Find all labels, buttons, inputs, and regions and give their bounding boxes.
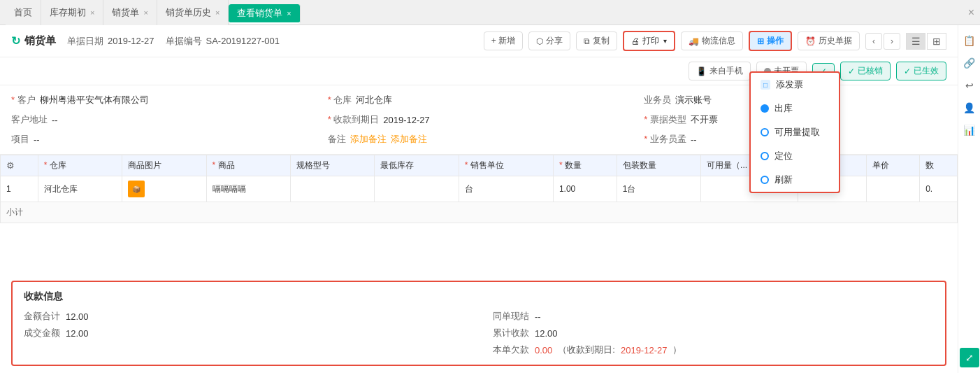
tab-bar: 首页 库存期初 × 销货单 × 销货单历史 × 查看销货单 × × xyxy=(0,0,980,25)
row-warehouse: 河北仓库 xyxy=(38,176,122,202)
tab-inventory-close[interactable]: × xyxy=(90,8,94,17)
tab-sales-history-close[interactable]: × xyxy=(215,8,219,17)
staff-value: 演示账号 xyxy=(675,94,712,106)
prev-button[interactable]: ‹ xyxy=(865,33,882,50)
tab-view-sales[interactable]: 查看销货单 × xyxy=(229,4,300,24)
logistics-icon: 🚚 xyxy=(689,36,699,46)
row-product: 嗝嗝嗝嗝 xyxy=(206,176,290,202)
logistics-button[interactable]: 🚚 物流信息 xyxy=(681,31,743,50)
tab-sales-history-label: 销货单历史 xyxy=(166,6,211,19)
grid-view-button[interactable]: ⊞ xyxy=(927,33,946,50)
print-button[interactable]: 🖨 打印 ▾ xyxy=(623,31,675,51)
total-amount-row: 金额合计 12.00 xyxy=(24,310,465,323)
available-extract-item[interactable]: 可用量提取 xyxy=(751,120,839,144)
doc-header: ↻ 销货单 单据日期 2019-12-27 单据编号 SA-20191227-0… xyxy=(0,25,958,57)
cumulative-label: 累计收款 xyxy=(493,327,529,339)
sidebar-link-icon[interactable]: 🔗 xyxy=(960,53,979,73)
row-num: 0. xyxy=(920,176,958,202)
tab-inventory[interactable]: 库存期初 × xyxy=(41,0,103,25)
add-remark-link[interactable]: 添加备注 xyxy=(350,133,387,146)
doc-title-text: 销货单 xyxy=(24,34,56,48)
product-image: 📦 xyxy=(128,181,145,197)
sidebar-expand-icon[interactable]: ⤢ xyxy=(960,348,979,367)
total-amount-value: 12.00 xyxy=(66,311,89,322)
window-close-button[interactable]: × xyxy=(968,6,974,19)
add-invoice-item[interactable]: □ 添发票 xyxy=(751,73,839,97)
tab-home[interactable]: 首页 xyxy=(6,0,41,25)
same-order-row: 同单现结 -- xyxy=(493,310,934,323)
current-owe-row: 本单欠款 0.00 （收款到期日: 2019-12-27 ） xyxy=(493,344,934,356)
cancelled-button[interactable]: ✓ 已核销 xyxy=(840,62,891,80)
row-img: 📦 xyxy=(122,176,206,202)
copy-button[interactable]: ⧉ 复制 xyxy=(576,31,617,50)
col-warehouse: 仓库 xyxy=(38,155,122,176)
col-img: 商品图片 xyxy=(122,155,206,176)
operations-button[interactable]: ⊞ 操作 xyxy=(749,31,792,51)
locate-item[interactable]: 定位 xyxy=(751,144,839,168)
payment-date-label: 收款到期日 xyxy=(328,113,380,126)
same-order-value: -- xyxy=(535,311,541,322)
tab-sales[interactable]: 销货单 × xyxy=(103,0,157,25)
tab-view-sales-close[interactable]: × xyxy=(287,9,291,17)
col-product: 商品 xyxy=(206,155,290,176)
history-button[interactable]: ⏰ 历史单据 xyxy=(798,31,860,50)
col-spec: 规格型号 xyxy=(290,155,374,176)
sidebar-chart-icon[interactable]: 📊 xyxy=(960,120,979,140)
from-phone-button[interactable]: 📱 来自手机 xyxy=(689,62,751,80)
doc-number-section: 单据编号 SA-20191227-001 xyxy=(166,35,280,48)
right-sidebar: 📋 🔗 ↩ 👤 📊 ⤢ xyxy=(958,25,980,373)
copy-icon: ⧉ xyxy=(584,36,590,46)
cumulative-value: 12.00 xyxy=(535,328,558,339)
view-toggle: ☰ ⊞ xyxy=(906,33,946,50)
history-icon: ⏰ xyxy=(805,36,816,46)
ticket-type-label: 票据类型 xyxy=(644,113,686,126)
effective-button[interactable]: ✓ 已生效 xyxy=(896,62,946,80)
current-owe-label: 本单欠款 xyxy=(493,344,529,356)
refresh-item[interactable]: 刷新 xyxy=(751,168,839,192)
refresh-label: 刷新 xyxy=(774,174,793,186)
staff2-value: -- xyxy=(691,134,697,145)
available-extract-icon xyxy=(761,128,769,136)
col-min-stock: 最低库存 xyxy=(375,155,459,176)
sidebar-return-icon[interactable]: ↩ xyxy=(960,76,979,95)
sidebar-clipboard-icon[interactable]: 📋 xyxy=(960,31,979,50)
col-gear[interactable]: ⚙ xyxy=(1,155,38,176)
doc-title-section: ↻ 销货单 xyxy=(11,34,56,48)
doc-title-icon: ↻ xyxy=(11,34,20,48)
ticket-type-value: 不开票 xyxy=(691,113,718,126)
subtotal-row: 小计 xyxy=(1,202,958,223)
total-amount-label: 金额合计 xyxy=(24,310,60,323)
col-qty: 数量 xyxy=(553,155,617,176)
warehouse-field: 仓库 河北仓库 xyxy=(328,94,630,106)
share-button[interactable]: ⬡ 分享 xyxy=(528,31,570,50)
effective-check-icon: ✓ xyxy=(904,66,911,76)
row-qty: 1.00 xyxy=(553,176,617,202)
sidebar-user-icon[interactable]: 👤 xyxy=(960,98,979,118)
outbound-item[interactable]: 出库 xyxy=(751,97,839,120)
row-unit: 台 xyxy=(459,176,553,202)
new-button[interactable]: + 新增 xyxy=(484,31,523,50)
list-view-button[interactable]: ☰ xyxy=(906,33,925,50)
doc-actions: + 新增 ⬡ 分享 ⧉ 复制 🖨 打印 ▾ 🚚 物流信息 xyxy=(484,31,946,51)
col-price: 单价 xyxy=(867,155,920,176)
row-min-stock xyxy=(375,176,459,202)
add-invoice-icon: □ xyxy=(761,80,770,90)
refresh-icon xyxy=(761,176,769,184)
cumulative-row: 累计收款 12.00 xyxy=(493,327,934,339)
row-pkg-qty: 1台 xyxy=(617,176,700,202)
payment-section: 收款信息 金额合计 12.00 成交金额 12.00 同单现结 -- xyxy=(11,281,946,366)
project-value: -- xyxy=(34,134,40,145)
tab-home-label: 首页 xyxy=(14,6,32,19)
row-price xyxy=(867,176,920,202)
tab-sales-history[interactable]: 销货单历史 × xyxy=(157,0,229,25)
customer-field: 客户 柳州粤港平安气体有限公司 xyxy=(11,94,314,106)
tab-sales-close[interactable]: × xyxy=(143,8,147,17)
operations-icon: ⊞ xyxy=(757,36,764,46)
subtotal-label: 小计 xyxy=(1,202,958,223)
next-button[interactable]: › xyxy=(884,33,900,50)
tab-sales-label: 销货单 xyxy=(112,6,139,19)
same-order-label: 同单现结 xyxy=(493,310,529,323)
address-value: -- xyxy=(52,115,58,125)
project-label: 项目 xyxy=(11,133,29,146)
print-dropdown-arrow[interactable]: ▾ xyxy=(663,37,667,45)
